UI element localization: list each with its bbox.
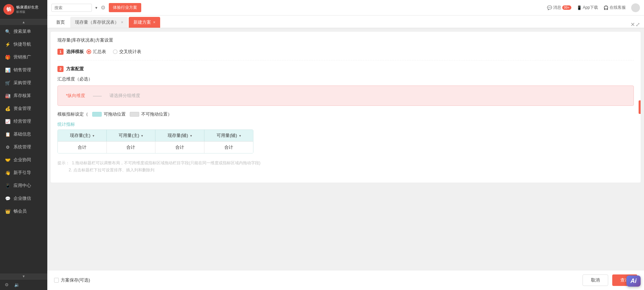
sidebar-item-sales[interactable]: 📊 销售管理 (0, 64, 47, 76)
sidebar-item-enterprise[interactable]: 🤝 企业协同 (0, 153, 47, 166)
sidebar-item-label: 经营管理 (14, 118, 31, 124)
sidebar-item-label: 系统管理 (14, 144, 31, 150)
cancel-button[interactable]: 取消 (583, 274, 608, 286)
settings-icon[interactable]: ⚙ (5, 282, 9, 287)
logo-icon: 畅 (3, 4, 14, 15)
radio-cross-indicator (113, 49, 118, 54)
sidebar-item-label: 企业协同 (14, 157, 31, 163)
message-label: 消息 (553, 5, 561, 10)
app-edition: 标准版 (16, 10, 39, 14)
search-menu-icon: 🔍 (5, 28, 11, 34)
stats-table: 现存量(主) ▾ 可用量(主) ▾ 现存量(辅) ▾ (57, 129, 253, 153)
sidebar-item-basic-info[interactable]: 📋 基础信息 (0, 128, 47, 141)
app-name: 畅康通好生意 (16, 5, 39, 9)
section2-num: 2 (57, 66, 64, 72)
chevron-icon-2: ▾ (190, 134, 192, 138)
sidebar-item-label: 企业微信 (14, 195, 31, 201)
sidebar-item-new-guide[interactable]: 👋 新手引导 (0, 166, 47, 179)
save-option-label: 方案保存(可选) (61, 277, 90, 283)
sidebar-item-marketing[interactable]: 🎁 营销推广 (0, 51, 47, 64)
sales-icon: 📊 (5, 67, 11, 73)
panel-close-icon[interactable]: ✕ (630, 21, 635, 28)
sidebar-item-label: 营销推广 (14, 54, 31, 60)
sidebar-item-search-menu[interactable]: 🔍 搜索菜单 (0, 25, 47, 38)
page-title: 现存量(库存状况表)方案设置 (57, 37, 634, 43)
resize-handle[interactable] (639, 100, 641, 114)
search-input[interactable] (51, 4, 92, 12)
indicator-settings-label: 模板指标设定（ (57, 111, 88, 117)
system-icon: ⚙ (5, 144, 11, 150)
enterprise-wechat-icon: 💬 (5, 195, 11, 201)
sidebar-item-app-center[interactable]: 📱 应用中心 (0, 179, 47, 192)
save-option: 方案保存(可选) (54, 277, 90, 283)
tab-new-scheme[interactable]: 新建方案 × (129, 17, 160, 28)
message-icon: 💬 (547, 5, 552, 10)
sidebar-item-business[interactable]: 📈 经营管理 (0, 115, 47, 128)
basic-info-icon: 📋 (5, 131, 11, 137)
page-panel: 现存量(库存状况表)方案设置 1 选择模板 汇总表 交叉统计表 (51, 32, 641, 183)
bottom-bar: 方案保存(可选) 取消 查询 (47, 270, 644, 290)
save-checkbox[interactable] (54, 278, 59, 283)
marketing-icon: 🎁 (5, 54, 11, 60)
tab-home-label: 首页 (56, 19, 65, 25)
col-header-1[interactable]: 可用量(主) ▾ (107, 130, 156, 141)
sidebar-item-enterprise-wechat[interactable]: 💬 企业微信 (0, 192, 47, 205)
sidebar-scroll-up[interactable]: ▲ (0, 19, 47, 25)
industry-solution-button[interactable]: 体验行业方案 (109, 3, 141, 12)
tab-home[interactable]: 首页 (51, 17, 70, 28)
sidebar-item-finance[interactable]: 💰 资金管理 (0, 102, 47, 115)
topbar-gear-icon[interactable]: ⚙ (101, 4, 105, 11)
section1-header: 1 选择模板 汇总表 交叉统计表 (57, 49, 634, 55)
sidebar-item-inventory[interactable]: 🏭 库存核算 (0, 89, 47, 102)
sidebar-item-purchase[interactable]: 🛒 采购管理 (0, 76, 47, 89)
sidebar-item-system[interactable]: ⚙ 系统管理 (0, 141, 47, 153)
col-header-3[interactable]: 可用量(辅) ▾ (204, 130, 253, 141)
tab-new-scheme-label: 新建方案 (133, 19, 151, 25)
panel-expand-icon[interactable]: ⤢ (636, 21, 640, 28)
new-guide-icon: 👋 (5, 170, 11, 176)
online-service-button[interactable]: 🎧 在线客服 (603, 5, 626, 10)
topbar-dropdown-arrow[interactable]: ▾ (95, 5, 97, 10)
sidebar-item-member[interactable]: 👑 畅会员 (0, 205, 47, 218)
ai-badge[interactable]: Ai (626, 275, 641, 287)
sidebar-scroll-down[interactable]: ▼ (0, 273, 47, 279)
draggable-box (92, 112, 102, 117)
radio-cross-table[interactable]: 交叉统计表 (113, 49, 141, 55)
message-button[interactable]: 💬 消息 99+ (547, 5, 571, 10)
stats-cell-1: 合计 (107, 142, 156, 153)
headset-icon: 🎧 (603, 5, 609, 10)
stats-table-header: 现存量(主) ▾ 可用量(主) ▾ 现存量(辅) ▾ (58, 130, 253, 141)
member-icon: 👑 (5, 208, 11, 214)
section2-header: 2 方案配置 (57, 66, 634, 72)
sidebar-item-label: 畅会员 (14, 208, 27, 214)
col-header-label-3: 可用量(辅) (217, 132, 237, 139)
dimension-required-label: 汇总维度（必选） (57, 76, 634, 82)
stats-section: 统计指标 现存量(主) ▾ 可用量(主) ▾ (57, 121, 634, 153)
topbar-search (51, 4, 92, 12)
app-center-icon: 📱 (5, 183, 11, 189)
non-draggable-legend: 不可拖动位置） (130, 111, 172, 117)
business-icon: 📈 (5, 118, 11, 124)
sidebar: 畅 畅康通好生意 标准版 ▲ 🔍 搜索菜单 ⚡ 快捷导航 🎁 营销推广 📊 销售… (0, 0, 47, 290)
content-area: 现存量(库存状况表)方案设置 1 选择模板 汇总表 交叉统计表 (47, 28, 644, 270)
section-scheme-config: 2 方案配置 汇总维度（必选） *纵向维度 —— 请选择分组维度 模板指标设定（ (57, 66, 634, 177)
radio-summary-label: 汇总表 (93, 49, 106, 55)
tab-inventory-close[interactable]: × (121, 20, 123, 24)
finance-icon: 💰 (5, 105, 11, 112)
topbar-right: 💬 消息 99+ 📱 App下载 🎧 在线客服 (547, 3, 640, 12)
sound-icon[interactable]: 🔉 (14, 282, 20, 287)
radio-summary-table[interactable]: 汇总表 (86, 49, 106, 55)
dimension-area[interactable]: *纵向维度 —— 请选择分组维度 (57, 86, 634, 106)
app-download-button[interactable]: 📱 App下载 (577, 5, 598, 10)
message-badge: 99+ (562, 5, 571, 10)
col-header-2[interactable]: 现存量(辅) ▾ (155, 130, 204, 141)
user-avatar[interactable] (631, 3, 640, 12)
tab-inventory-status[interactable]: 现存量（库存状况表） × (70, 17, 128, 28)
sidebar-item-label: 搜索菜单 (14, 28, 31, 34)
sidebar-item-quick-nav[interactable]: ⚡ 快捷导航 (0, 38, 47, 51)
app-download-label: App下载 (583, 5, 598, 10)
section-choose-template: 1 选择模板 汇总表 交叉统计表 (57, 49, 634, 61)
tab-new-scheme-close[interactable]: × (153, 20, 155, 24)
online-service-label: 在线客服 (610, 5, 626, 10)
col-header-0[interactable]: 现存量(主) ▾ (58, 130, 107, 141)
